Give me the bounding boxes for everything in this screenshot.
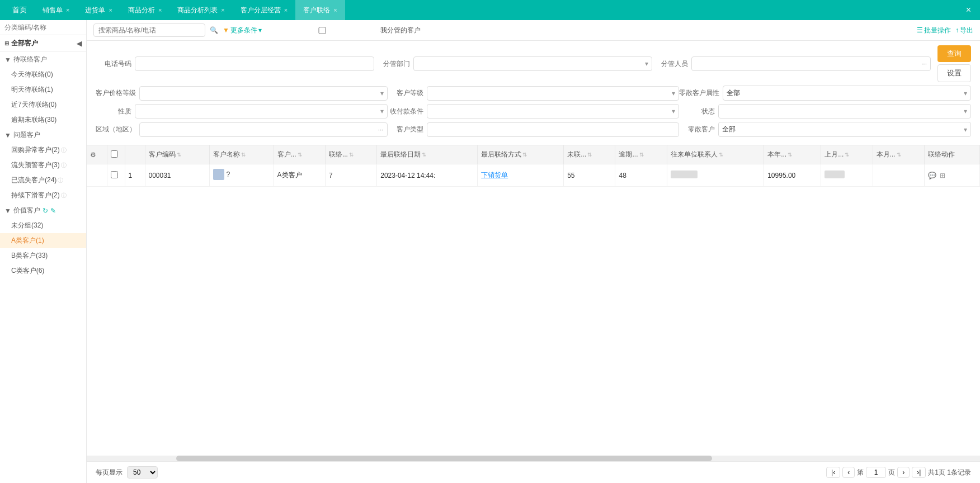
- sort-icon-unit-contact[interactable]: ⇅: [719, 151, 723, 158]
- filter-dept-select[interactable]: ▾: [413, 56, 653, 71]
- sort-icon-this-month[interactable]: ⇅: [897, 151, 901, 158]
- info-icon-2: ⓘ: [61, 162, 67, 169]
- nav-product-analysis[interactable]: 商品分析 ×: [120, 0, 169, 20]
- sidebar-item-today-pending[interactable]: 今天待联络(0): [0, 67, 86, 82]
- chat-icon[interactable]: 💬: [928, 172, 936, 179]
- filter-phone-input[interactable]: [135, 56, 374, 71]
- qr-icon[interactable]: ⊞: [940, 172, 945, 179]
- sidebar-item-churn-warning[interactable]: 流失预警客户(3) ⓘ: [0, 158, 86, 173]
- sidebar-item-class-a[interactable]: A类客户(1): [0, 233, 86, 248]
- nav-close-purchase[interactable]: ×: [109, 7, 112, 13]
- sort-icon-code[interactable]: ⇅: [177, 151, 181, 158]
- filter-nature-select[interactable]: ▾: [135, 104, 388, 119]
- nav-close-product-analysis[interactable]: ×: [158, 7, 162, 13]
- filter-cell-payment: 收付款条件 ▾: [388, 104, 680, 119]
- nav-product-analysis-list[interactable]: 商品分析列表 ×: [169, 0, 232, 20]
- sidebar-item-lost[interactable]: 已流失客户(24) ⓘ: [0, 173, 86, 188]
- filter-region-select[interactable]: ···: [139, 122, 388, 137]
- sidebar-collapse-icon[interactable]: ◀: [77, 40, 82, 48]
- filter-person-select[interactable]: ···: [691, 56, 931, 71]
- last-method-link[interactable]: 下销货单: [481, 171, 508, 179]
- col-settings[interactable]: ⚙: [87, 145, 107, 164]
- filter-search-icon[interactable]: 🔍: [210, 26, 218, 34]
- filter-dropdown-icon: ▾: [258, 26, 262, 34]
- row-checkbox[interactable]: [111, 171, 118, 178]
- sort-icon-last-date[interactable]: ⇅: [422, 151, 426, 158]
- sidebar-item-ungrouped[interactable]: 未分组(32): [0, 218, 86, 233]
- sort-icon-this-year[interactable]: ⇅: [788, 151, 792, 158]
- nav-close-all-button[interactable]: ×: [962, 5, 976, 15]
- filter-retail-select[interactable]: 全部 ▾: [718, 122, 971, 137]
- scrollbar-thumb[interactable]: [176, 456, 712, 461]
- export-button[interactable]: ↑ 导出: [955, 26, 973, 35]
- sort-icon-overdue[interactable]: ⇅: [639, 151, 644, 158]
- filter-type-input[interactable]: [427, 122, 680, 137]
- nav-close-customer-contact[interactable]: ×: [333, 7, 337, 13]
- sidebar-item-repurchase-abnormal[interactable]: 回购异常客户(2) ⓘ: [0, 143, 86, 158]
- nav-customer-contact[interactable]: 客户联络 ×: [295, 0, 345, 20]
- sidebar-group-problem[interactable]: ▼ 问题客户: [0, 127, 86, 143]
- nav-sales-order[interactable]: 销售单 ×: [35, 0, 77, 20]
- nature-dropdown-icon: ▾: [380, 107, 384, 115]
- horizontal-scrollbar[interactable]: [87, 456, 980, 461]
- sidebar-search-input[interactable]: [4, 23, 87, 31]
- page-size-select[interactable]: 50 20 100: [127, 466, 158, 479]
- nav-purchase-order[interactable]: 进货单 ×: [77, 0, 120, 20]
- sort-icon-category[interactable]: ⇅: [298, 151, 302, 158]
- sidebar-group-value[interactable]: ▼ 价值客户 ↻ ✎: [0, 203, 86, 218]
- cell-code[interactable]: 000031: [145, 164, 209, 187]
- name-avatar: [213, 169, 224, 180]
- nav-close-sales[interactable]: ×: [66, 7, 69, 13]
- search-input[interactable]: [93, 23, 205, 37]
- value-edit-icon[interactable]: ✎: [50, 207, 56, 215]
- select-all-checkbox[interactable]: [111, 150, 118, 158]
- prev-page-button[interactable]: ‹: [842, 467, 855, 478]
- arrow-down-icon-3: ▼: [4, 207, 11, 215]
- page-input[interactable]: [866, 467, 886, 478]
- settings-button[interactable]: 设置: [937, 64, 971, 82]
- sort-icon-not-contacted[interactable]: ⇅: [587, 151, 592, 158]
- sidebar-item-declining[interactable]: 持续下滑客户(2) ⓘ: [0, 188, 86, 203]
- nav-home[interactable]: 首页: [4, 0, 35, 20]
- cell-settings: [87, 164, 107, 187]
- filter-payment-select[interactable]: ▾: [427, 104, 680, 119]
- query-button[interactable]: 查询: [937, 45, 971, 62]
- sidebar-all-customers[interactable]: ⊞ 全部客户 ◀: [0, 35, 86, 52]
- arrow-down-icon-2: ▼: [4, 131, 11, 139]
- my-customers-checkbox[interactable]: [266, 27, 378, 34]
- page-suffix-label: 页: [888, 468, 895, 477]
- nav-customer-tier[interactable]: 客户分层经营 ×: [233, 0, 295, 20]
- sidebar-item-overdue-pending[interactable]: 逾期未联络(30): [0, 112, 86, 127]
- batch-op-button[interactable]: ☰ 批量操作: [917, 26, 951, 35]
- name-text[interactable]: ?: [227, 171, 230, 178]
- nav-close-product-analysis-list[interactable]: ×: [221, 7, 224, 13]
- filter-customer-level-select[interactable]: ▾: [427, 86, 680, 101]
- bottom-bar: 每页显示 50 20 100 |‹ ‹ 第 页 › ›| 共1页 1条记录: [87, 461, 980, 483]
- sort-icon-name[interactable]: ⇅: [241, 151, 246, 158]
- adv-filter-row-2: 客户价格等级 ▾ 客户等级 ▾ 零散客户属性 全部 ▾: [96, 86, 971, 101]
- sidebar-item-class-c[interactable]: C类客户(6): [0, 263, 86, 278]
- sort-icon-contact[interactable]: ⇅: [349, 151, 354, 158]
- sort-icon-last-month[interactable]: ⇅: [845, 151, 849, 158]
- filter-price-level-select[interactable]: ▾: [139, 86, 388, 101]
- value-refresh-icon[interactable]: ↻: [43, 207, 48, 215]
- sidebar: 🔍 ⊞ 全部客户 ◀ ▼ 待联络客户 今天待联络(0) 明天待联络(1) 近7天…: [0, 20, 87, 483]
- filter-more-conditions[interactable]: ▼ 更多条件 ▾: [223, 26, 262, 35]
- next-page-button[interactable]: ›: [897, 467, 910, 478]
- person-dots-icon: ···: [921, 60, 927, 68]
- filter-retail-attr-select[interactable]: 全部 ▾: [723, 86, 971, 101]
- sidebar-group-pending[interactable]: ▼ 待联络客户: [0, 52, 86, 67]
- sidebar-item-7days-pending[interactable]: 近7天待联络(0): [0, 97, 86, 112]
- filter-cell-retail: 零散客户 全部 ▾: [679, 122, 971, 137]
- nav-close-customer-tier[interactable]: ×: [284, 7, 288, 13]
- sort-icon-last-method[interactable]: ⇅: [522, 151, 527, 158]
- last-page-button[interactable]: ›|: [912, 467, 926, 478]
- sidebar-item-tomorrow-pending[interactable]: 明天待联络(1): [0, 82, 86, 97]
- filter-label-customer-level: 客户等级: [388, 88, 427, 98]
- filter-my-customers[interactable]: 我分管的客户: [266, 26, 421, 35]
- cell-last-method[interactable]: 下销货单: [478, 164, 564, 187]
- first-page-button[interactable]: |‹: [826, 467, 840, 478]
- filter-status-select[interactable]: ▾: [718, 104, 971, 119]
- filter-label-price-level: 客户价格等级: [96, 88, 139, 98]
- sidebar-item-class-b[interactable]: B类客户(33): [0, 248, 86, 263]
